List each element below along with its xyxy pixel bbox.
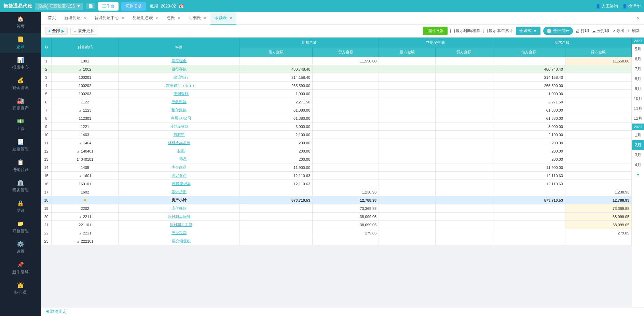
checkbox-ytd[interactable] (483, 29, 488, 33)
user-avatar[interactable]: 👤 徐泽华 (622, 3, 641, 9)
style-btn[interactable]: 全账式 ▼ (516, 27, 540, 35)
col-closing-debit: 借方金额 (492, 47, 565, 57)
refresh-btn[interactable]: ↻ 刷新 (627, 28, 640, 34)
row-name[interactable]: 应收账款 (119, 98, 239, 106)
close-ledger-icon[interactable]: ✕ (178, 16, 180, 20)
row-name[interactable]: 银行存款 (119, 65, 239, 73)
row-name[interactable]: 其他应收款 (119, 123, 239, 131)
closing-debit: 2,271.50 (492, 98, 565, 106)
bottom-bar[interactable]: ◀ 取消固定 (41, 307, 644, 316)
row-name[interactable]: 应付职工工资 (119, 221, 239, 229)
month-5[interactable]: 5月 (632, 44, 644, 54)
row-name[interactable]: 应付职工薪酬 (119, 213, 239, 221)
tab-smart-voucher[interactable]: 智能凭证中心 ✕ (90, 12, 128, 25)
row-name[interactable]: 材料成本差异 (119, 139, 239, 147)
row-name[interactable]: 固定资产 (119, 172, 239, 180)
calendar-icon[interactable]: 📅 (179, 4, 184, 9)
close-detail-icon[interactable]: ✕ (204, 16, 206, 20)
row-no: 15 (41, 172, 52, 180)
row-name[interactable]: 应交增值税 (119, 237, 239, 245)
month-4[interactable]: 4月 (632, 160, 644, 170)
row-name[interactable]: 材料 (119, 147, 239, 155)
row-name[interactable]: 农业银行（美金） (119, 82, 239, 90)
sidebar-label-capital: 资金管理 (12, 85, 29, 91)
close-balance-icon[interactable]: ✕ (230, 16, 232, 20)
toggle-label: 全部展开 (553, 28, 570, 34)
row-name[interactable]: 原材料 (119, 131, 239, 139)
tab-balance[interactable]: 余额表 ✕ (210, 12, 236, 25)
col-opening-credit: 贷方金额 (313, 47, 379, 57)
company-selector[interactable]: (劣前) 江西股宝-LSS ▼ (35, 3, 83, 10)
switch-btn[interactable]: 切到旧版 (121, 2, 146, 11)
print-btn[interactable]: 🖨 打印 (576, 28, 589, 34)
checkbox-aux[interactable] (450, 29, 455, 33)
row-name[interactable]: 库存商品 (119, 163, 239, 172)
workbench-btn[interactable]: 工作台 (98, 2, 119, 11)
sidebar-label-asset: 固定资产 (12, 105, 29, 111)
row-name[interactable]: 建设银行 (119, 73, 239, 82)
row-name[interactable]: 中国银行 (119, 90, 239, 98)
tab-voucher-summary[interactable]: 凭证汇总表 ✕ (128, 12, 163, 25)
row-name[interactable]: 累计折旧 (119, 188, 239, 196)
expand-label: 展开更多 (78, 28, 94, 34)
return-old-btn[interactable]: 退回旧版 (423, 27, 448, 35)
row-name[interactable]: 零星 (119, 155, 239, 163)
expand-all-toggle[interactable]: ⚪ 全部展开 (543, 27, 573, 35)
row-name: 资产小计 (119, 196, 239, 204)
month-11[interactable]: 11月 (632, 104, 644, 114)
month-7[interactable]: 7月 (632, 64, 644, 74)
row-no: 10 (41, 131, 52, 139)
sidebar-item-sales[interactable]: 📋 进销台账 (0, 156, 41, 176)
sidebar-item-salary[interactable]: 💵 工资 (0, 115, 41, 135)
export-btn[interactable]: ↗ 导出 (612, 28, 625, 34)
filter-selector[interactable]: ● 全部 ▶ (45, 27, 68, 35)
month-12[interactable]: 12月 (632, 114, 644, 124)
unpin-btn[interactable]: ◀ 取消固定 (45, 309, 67, 314)
closing-credit: 38,099.05 (565, 213, 631, 221)
sidebar-item-archive[interactable]: 📁 归档管理 (0, 217, 41, 238)
month-3[interactable]: 3月 (632, 150, 644, 160)
row-name[interactable]: 应付账款 (119, 204, 239, 213)
doc-icon-btn[interactable]: 📄 (86, 3, 95, 9)
sidebar-item-settings[interactable]: ⚙️ 设置 (0, 238, 41, 258)
row-name[interactable]: 库存现金 (119, 57, 239, 65)
sidebar-item-capital[interactable]: 💰 资金管理 (0, 74, 41, 94)
cloud-print-btn[interactable]: ☁ 云打印 (592, 28, 609, 34)
sidebar-item-invoice[interactable]: 🧾 发票管理 (0, 135, 41, 156)
sidebar-item-tax[interactable]: 🏛️ 税务管理 (0, 176, 41, 197)
sidebar-item-ledger[interactable]: 📒 总账 (0, 33, 41, 53)
sidebar-item-home[interactable]: 🏠 首页 (0, 12, 41, 33)
closing-debit (492, 229, 565, 237)
close-new-voucher-icon[interactable]: ✕ (83, 16, 86, 20)
close-all-tabs-icon[interactable]: ✕ (635, 15, 641, 22)
tab-home[interactable]: 首页 (44, 12, 60, 25)
sidebar-item-report[interactable]: 📊 报表中心 (0, 53, 41, 74)
month-9[interactable]: 9月 (632, 84, 644, 94)
row-name[interactable]: 惠属EU公司 (119, 114, 239, 123)
tab-detail[interactable]: 明细账 ✕ (184, 12, 210, 25)
tab-new-voucher[interactable]: 新增凭证 ✕ (60, 12, 90, 25)
opening-debit: 2,100.00 (239, 131, 312, 139)
checkbox-aux-label[interactable]: 显示辅助核算 (450, 28, 480, 34)
sidebar-item-asset[interactable]: 🏭 固定资产 (0, 94, 41, 115)
help-btn[interactable]: 👤 人工咨询 (595, 3, 618, 9)
sidebar-item-member[interactable]: 👑 畅会员 (0, 278, 41, 299)
expand-btn[interactable]: ▽ 展开更多 (70, 27, 97, 35)
row-name[interactable]: 应交税费 (119, 229, 239, 237)
tab-ledger[interactable]: 总账 ✕ (163, 12, 184, 25)
checkbox-ytd-label[interactable]: 显示本年累计 (483, 28, 513, 34)
row-name[interactable]: 预付账款 (119, 106, 239, 114)
close-smart-voucher-icon[interactable]: ✕ (122, 16, 124, 20)
gear-icon[interactable]: ⚙ (41, 38, 52, 57)
month-2[interactable]: 2月 (632, 140, 644, 150)
close-voucher-summary-icon[interactable]: ✕ (156, 16, 159, 20)
sidebar-item-close[interactable]: 🔒 结账 (0, 197, 41, 217)
month-1[interactable]: 1月 (632, 130, 644, 140)
month-6[interactable]: 6月 (632, 54, 644, 64)
row-name[interactable]: 胶提架记本 (119, 180, 239, 188)
opening-debit: 573,710.53 (239, 196, 312, 204)
month-10[interactable]: 10月 (632, 94, 644, 104)
month-8[interactable]: 8月 (632, 74, 644, 84)
row-code: 112301 (52, 114, 119, 123)
sidebar-item-guide[interactable]: 📌 新手引导 (0, 258, 41, 278)
